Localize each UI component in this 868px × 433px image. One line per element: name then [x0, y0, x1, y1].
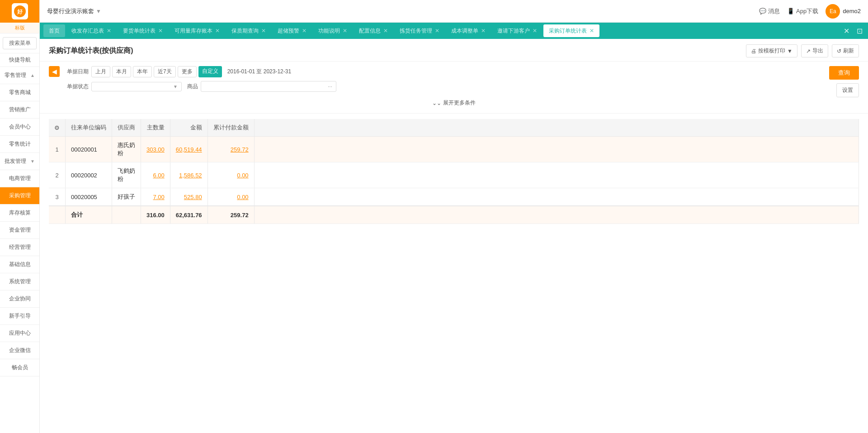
close-icon[interactable]: ✕: [215, 28, 220, 34]
sidebar-item-app-center[interactable]: 应用中心: [0, 325, 39, 342]
tab-config-info[interactable]: 配置信息 ✕: [354, 24, 393, 37]
quick-nav-btn[interactable]: 快捷导航: [0, 53, 39, 67]
export-btn[interactable]: ↗ 导出: [801, 44, 828, 57]
close-icon[interactable]: ✕: [302, 28, 307, 34]
td-supplier: 飞鹤奶粉: [112, 162, 141, 188]
tab-label: 拣货任务管理: [400, 27, 432, 35]
last-month-btn[interactable]: 上月: [91, 66, 110, 77]
tab-shelf-life[interactable]: 保质期查询 ✕: [226, 24, 271, 37]
refresh-btn[interactable]: ↺ 刷新: [832, 44, 859, 57]
template-print-btn[interactable]: 🖨 按模板打印 ▼: [746, 44, 797, 57]
search-menu-btn[interactable]: 搜索菜单: [3, 37, 37, 49]
user-area[interactable]: Ea demo2: [826, 4, 861, 19]
quantity-link[interactable]: 303.00: [146, 146, 165, 153]
td-footer-spacer: [254, 206, 859, 224]
tab-receive-send[interactable]: 收发存汇总表 ✕: [66, 24, 117, 37]
tab-purchase-stats[interactable]: 采购订单统计表 ✕: [543, 24, 599, 37]
expand-conditions-btn[interactable]: ⌄⌄ 展开更多条件: [432, 99, 476, 107]
tab-order-stats[interactable]: 要货单统计表 ✕: [118, 24, 168, 37]
last-7days-btn[interactable]: 近7天: [154, 66, 176, 77]
btn-label: 导出: [812, 47, 823, 55]
tab-invite[interactable]: 邀请下游客户 ✕: [492, 24, 542, 37]
quantity-link[interactable]: 6.00: [153, 172, 164, 179]
sidebar-item-label: 零售商城: [9, 89, 31, 96]
sidebar-item-member2[interactable]: 畅会员: [0, 359, 39, 376]
td-paid: 259.72: [208, 137, 254, 162]
sidebar-item-collab[interactable]: 企业协同: [0, 290, 39, 308]
tab-label: 配置信息: [359, 27, 381, 35]
sidebar-item-inventory[interactable]: 库存核算: [0, 205, 39, 222]
amount-link[interactable]: 1,586.52: [179, 172, 202, 179]
tab-overstock[interactable]: 超储预警 ✕: [272, 24, 312, 37]
this-month-btn[interactable]: 本月: [112, 66, 131, 77]
quantity-link[interactable]: 7.00: [153, 194, 164, 200]
sidebar-item-operation[interactable]: 经营管理: [0, 239, 39, 256]
tab-function-desc[interactable]: 功能说明 ✕: [313, 24, 353, 37]
paid-link[interactable]: 0.00: [237, 172, 248, 179]
close-icon[interactable]: ✕: [533, 28, 537, 34]
close-icon[interactable]: ✕: [343, 28, 347, 34]
th-quantity: 主数量: [141, 119, 170, 137]
close-icon[interactable]: ✕: [435, 28, 439, 34]
amount-link[interactable]: 60,519.44: [176, 146, 202, 153]
mobile-icon: 📱: [787, 8, 794, 14]
close-icon[interactable]: ✕: [481, 28, 486, 34]
th-paid: 累计付款金额: [208, 119, 254, 137]
sidebar-item-basic-info[interactable]: 基础信息: [0, 256, 39, 273]
td-footer-label: 合计: [66, 206, 112, 224]
tab-cost-adjust[interactable]: 成本调整单 ✕: [446, 24, 491, 37]
sidebar-item-system[interactable]: 系统管理: [0, 273, 39, 290]
filter-collapse-btn[interactable]: ◀: [49, 66, 60, 77]
sidebar-item-wholesale[interactable]: 批发管理 ▼: [0, 153, 39, 170]
sidebar-search-area: 搜索菜单: [0, 33, 39, 53]
table-head: ⚙ 往来单位编码 供应商 主数量 金额 累计付款金额: [49, 119, 859, 137]
sidebar-item-purchase[interactable]: 采购管理: [0, 187, 39, 205]
sidebar-item-enterprise-wechat[interactable]: 企业微信: [0, 342, 39, 359]
td-footer-no: [49, 206, 66, 224]
close-icon[interactable]: ✕: [590, 28, 594, 34]
sidebar-item-marketing[interactable]: 营销推广: [0, 101, 39, 119]
tab-pick-task[interactable]: 拣货任务管理 ✕: [394, 24, 445, 37]
query-btn[interactable]: 查询: [829, 66, 859, 80]
close-icon[interactable]: ✕: [261, 28, 266, 34]
app-download-btn[interactable]: 📱 App下载: [787, 7, 818, 15]
filter-status-select[interactable]: ▼: [91, 82, 182, 91]
chevron-down-icon: ▼: [30, 159, 35, 164]
paid-link[interactable]: 259.72: [231, 146, 249, 153]
sidebar-item-ecommerce[interactable]: 电商管理: [0, 170, 39, 187]
avatar: Ea: [826, 4, 840, 19]
close-icon[interactable]: ✕: [158, 28, 163, 34]
sidebar-item-label: 会员中心: [9, 123, 31, 131]
th-settings[interactable]: ⚙: [49, 119, 66, 137]
sidebar-item-retail-mall[interactable]: 零售商城: [0, 84, 39, 101]
close-window-btn[interactable]: ✕: [842, 27, 851, 35]
filter-goods-input[interactable]: ···: [201, 81, 336, 92]
setting-btn[interactable]: 设置: [836, 83, 859, 97]
sidebar-item-retail-stats[interactable]: 零售统计: [0, 136, 39, 153]
maximize-btn[interactable]: ⊡: [855, 27, 864, 35]
sidebar-item-member[interactable]: 会员中心: [0, 119, 39, 136]
table-row: 2 00020002 飞鹤奶粉 6.00 1,586.52 0.00: [49, 162, 859, 188]
td-code: 00020001: [66, 137, 112, 162]
this-year-btn[interactable]: 本年: [133, 66, 152, 77]
message-btn[interactable]: 💬 消息: [759, 7, 780, 15]
close-icon[interactable]: ✕: [107, 28, 111, 34]
refresh-icon: ↺: [837, 48, 841, 54]
filter-main-row: ◀ 单据日期 上月 本月 本年 近7天: [49, 66, 859, 97]
amount-link[interactable]: 525.80: [184, 194, 202, 200]
sidebar-item-label: 营销推广: [9, 106, 31, 114]
account-selector[interactable]: 母婴行业演示账套 ▼: [47, 7, 101, 15]
tab-home[interactable]: 首页: [43, 24, 65, 37]
btn-label: 刷新: [843, 47, 854, 55]
sidebar-item-new-guide[interactable]: 新手引导: [0, 308, 39, 325]
more-date-btn[interactable]: 更多: [178, 66, 197, 77]
sidebar-item-finance[interactable]: 资金管理: [0, 222, 39, 239]
td-paid: 0.00: [208, 162, 254, 188]
paid-link[interactable]: 0.00: [237, 194, 248, 200]
topbar-left: 母婴行业演示账套 ▼: [47, 7, 101, 15]
tab-available-stock[interactable]: 可用量库存账本 ✕: [169, 24, 225, 37]
sidebar-item-retail[interactable]: 零售管理 ▲: [0, 67, 39, 84]
tab-label: 保质期查询: [231, 27, 259, 35]
account-name: 母婴行业演示账套: [47, 7, 94, 15]
close-icon[interactable]: ✕: [383, 28, 388, 34]
